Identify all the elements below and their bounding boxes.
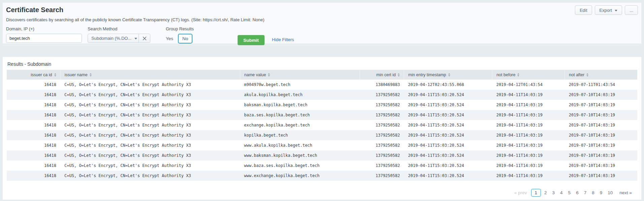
- table-cell: baza.ses.kopilka.beget.tech: [240, 110, 360, 120]
- more-actions-label: ...: [630, 8, 633, 13]
- column-header-not-before[interactable]: not before: [492, 70, 565, 80]
- column-header-label: not after: [569, 73, 584, 77]
- table-cell: www.baza.ses.kopilka.beget.tech: [240, 161, 360, 171]
- table-cell: 1379250582: [360, 140, 404, 150]
- column-header-label: issuer ca id: [31, 73, 52, 77]
- table-cell: 1379250582: [360, 90, 404, 100]
- table-row[interactable]: 16418C=US, O=Let's Encrypt, CN=Let's Enc…: [7, 161, 637, 171]
- table-cell: 2019-07-11T01:43:54: [565, 80, 637, 90]
- domain-filter-label: Domain, IP (+): [6, 26, 82, 31]
- table-cell: 2019-07-10T14:03:19: [565, 110, 637, 120]
- table-row[interactable]: 16418C=US, O=Let's Encrypt, CN=Let's Enc…: [7, 100, 637, 110]
- pagination-page[interactable]: 9: [597, 189, 605, 197]
- table-cell: C=US, O=Let's Encrypt, CN=Let's Encrypt …: [60, 150, 240, 161]
- caret-down-icon: [615, 10, 617, 11]
- table-cell: 2019-04-11T14:03:19: [492, 161, 565, 171]
- column-header-min-entry-timestamp[interactable]: min entry timestamp: [404, 70, 492, 80]
- pagination-next[interactable]: next »: [617, 189, 635, 197]
- group-results-filter-group: Group Results Yes No: [166, 26, 194, 44]
- table-cell: 1379250582: [360, 150, 404, 161]
- results-panel: Results - Subdomain issuer ca idissuer n…: [3, 57, 641, 200]
- column-header-not-after[interactable]: not after: [565, 70, 637, 80]
- domain-filter-group: Domain, IP (+): [6, 26, 82, 43]
- pagination-page-current: 1: [531, 189, 541, 197]
- table-cell: 2019-04-11T15:03:20.524: [404, 150, 492, 161]
- group-results-no-option[interactable]: No: [178, 34, 192, 44]
- sort-arrows-icon: [586, 73, 588, 77]
- table-cell: C=US, O=Let's Encrypt, CN=Let's Encrypt …: [60, 161, 240, 171]
- table-cell: 2019-04-11T14:03:19: [492, 130, 565, 140]
- table-cell: www.baksman.kopilka.beget.tech: [240, 150, 360, 161]
- search-method-selected-value: Subdomain (%.DO...: [91, 36, 131, 41]
- table-row[interactable]: 16418C=US, O=Let's Encrypt, CN=Let's Enc…: [7, 171, 637, 181]
- export-button[interactable]: Export: [595, 5, 622, 15]
- column-header-label: issuer name: [65, 73, 88, 77]
- x-icon: [143, 36, 147, 40]
- table-cell: 2019-04-11T14:03:19: [492, 100, 565, 110]
- table-cell: www.akula.kopilka.beget.tech: [240, 140, 360, 150]
- table-cell: 1379250582: [360, 130, 404, 140]
- table-cell: 2019-04-12T01:43:54: [492, 80, 565, 90]
- table-cell: 2019-07-10T14:03:19: [565, 100, 637, 110]
- table-cell: 16418: [7, 110, 60, 120]
- pagination-page[interactable]: 3: [550, 189, 558, 197]
- table-cell: 16418: [7, 140, 60, 150]
- table-row[interactable]: 16418C=US, O=Let's Encrypt, CN=Let's Enc…: [7, 120, 637, 130]
- sort-arrows-icon: [268, 73, 270, 77]
- hide-filters-link[interactable]: Hide Filters: [272, 37, 294, 42]
- edit-button[interactable]: Edit: [575, 5, 592, 15]
- table-row[interactable]: 16418C=US, O=Let's Encrypt, CN=Let's Enc…: [7, 80, 637, 90]
- sort-arrows-icon: [448, 73, 450, 77]
- table-cell: kopilka.beget.tech: [240, 130, 360, 140]
- submit-button[interactable]: Submit: [238, 35, 265, 45]
- table-cell: 2019-04-11T14:03:19: [492, 150, 565, 161]
- table-row[interactable]: 16418C=US, O=Let's Encrypt, CN=Let's Enc…: [7, 130, 637, 140]
- pagination-page[interactable]: 4: [557, 189, 565, 197]
- table-cell: C=US, O=Let's Encrypt, CN=Let's Encrypt …: [60, 100, 240, 110]
- table-cell: 2019-04-11T15:03:20.524: [404, 90, 492, 100]
- pagination-page[interactable]: 8: [589, 189, 597, 197]
- table-cell: 2019-04-11T15:03:20.524: [404, 161, 492, 171]
- pagination-page[interactable]: 2: [542, 189, 550, 197]
- domain-input[interactable]: [6, 34, 82, 43]
- pagination-page[interactable]: 6: [573, 189, 581, 197]
- table-cell: 2019-04-11T15:03:20.524: [404, 100, 492, 110]
- table-cell: 2019-04-11T14:03:19: [492, 140, 565, 150]
- table-cell: 2019-07-10T14:03:19: [565, 150, 637, 161]
- results-table: issuer ca idissuer namename valuemin cer…: [7, 70, 637, 181]
- table-row[interactable]: 16418C=US, O=Let's Encrypt, CN=Let's Enc…: [7, 150, 637, 161]
- column-header-issuer-ca-id[interactable]: issuer ca id: [7, 70, 60, 80]
- column-header-name-value[interactable]: name value: [240, 70, 360, 80]
- table-row[interactable]: 16418C=US, O=Let's Encrypt, CN=Let's Enc…: [7, 140, 637, 150]
- group-results-toggle: Yes No: [166, 34, 194, 44]
- table-cell: 16418: [7, 130, 60, 140]
- dashboard-header: Certificate Search Edit Export ... Disco…: [3, 3, 641, 44]
- search-method-dropdown: Subdomain (%.DO...: [88, 34, 150, 43]
- group-results-label: Group Results: [166, 26, 194, 31]
- pagination-page[interactable]: 10: [605, 189, 615, 197]
- search-method-dropdown-toggle[interactable]: Subdomain (%.DO...: [88, 34, 139, 42]
- search-method-filter-group: Search Method Subdomain (%.DO...: [88, 26, 150, 43]
- column-header-min-cert-id[interactable]: min cert id: [360, 70, 404, 80]
- pagination-page[interactable]: 5: [565, 189, 574, 197]
- table-cell: C=US, O=Let's Encrypt, CN=Let's Encrypt …: [60, 171, 240, 181]
- table-cell: 16418: [7, 100, 60, 110]
- column-header-issuer-name[interactable]: issuer name: [60, 70, 240, 80]
- table-row[interactable]: 16418C=US, O=Let's Encrypt, CN=Let's Enc…: [7, 110, 637, 120]
- table-cell: C=US, O=Let's Encrypt, CN=Let's Encrypt …: [60, 140, 240, 150]
- table-cell: baksman.kopilka.beget.tech: [240, 100, 360, 110]
- pagination-page[interactable]: 7: [581, 189, 589, 197]
- clear-search-method-button[interactable]: [139, 34, 150, 42]
- filter-bar: Domain, IP (+) Search Method Subdomain (…: [6, 26, 638, 45]
- table-cell: 16418: [7, 171, 60, 181]
- table-cell: 16418: [7, 90, 60, 100]
- more-actions-button[interactable]: ...: [625, 5, 638, 15]
- table-cell: www.exchange.kopilka.beget.tech: [240, 171, 360, 181]
- table-row[interactable]: 16418C=US, O=Let's Encrypt, CN=Let's Enc…: [7, 90, 637, 100]
- export-button-label: Export: [600, 8, 612, 13]
- group-results-yes-option[interactable]: Yes: [166, 36, 173, 41]
- table-cell: 1379250582: [360, 161, 404, 171]
- column-header-label: min entry timestamp: [408, 73, 446, 77]
- dashboard-description: Discovers certificates by searching all …: [6, 17, 638, 22]
- column-header-label: name value: [244, 73, 266, 77]
